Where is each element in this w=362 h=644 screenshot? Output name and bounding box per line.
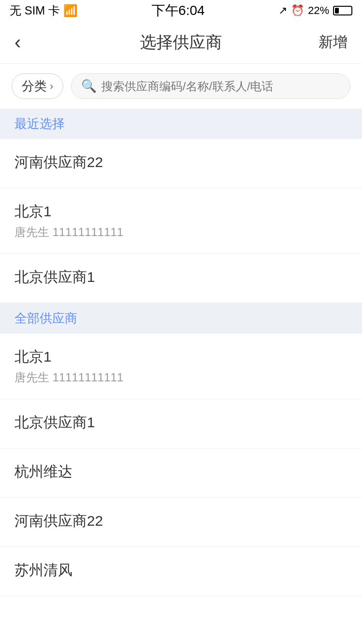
search-box[interactable]: 🔍	[71, 73, 350, 99]
all-section-header: 全部供应商	[0, 303, 362, 334]
category-label: 分类	[22, 78, 47, 95]
battery-percent: 22%	[308, 4, 329, 17]
page-title: 选择供应商	[140, 31, 222, 54]
search-icon: 🔍	[81, 79, 97, 94]
item-name: 北京1	[14, 347, 348, 367]
nav-bar: ‹ 选择供应商 新增	[0, 21, 362, 64]
back-button[interactable]: ‹	[14, 31, 43, 53]
item-name: 杭州维达	[14, 462, 348, 482]
item-name: 苏州清风	[14, 560, 348, 580]
add-button[interactable]: 新增	[319, 32, 348, 52]
item-sub: 唐先生 11111111111	[14, 224, 348, 240]
all-section-label: 全部供应商	[14, 311, 77, 325]
all-list: 北京1唐先生 11111111111北京供应商1杭州维达河南供应商22苏州清风	[0, 334, 362, 596]
battery-icon	[333, 6, 352, 15]
list-item[interactable]: 杭州维达	[0, 448, 362, 498]
item-name: 北京供应商1	[14, 267, 348, 287]
category-button[interactable]: 分类 ›	[12, 73, 63, 99]
status-bar: 无 SIM 卡 📶 下午6:04 ↗ ⏰ 22%	[0, 0, 362, 21]
status-time: 下午6:04	[152, 1, 205, 20]
location-icon: ↗	[278, 4, 287, 17]
recent-list: 河南供应商22北京1唐先生 11111111111北京供应商1	[0, 139, 362, 303]
chevron-right-icon: ›	[50, 80, 53, 93]
status-right: ↗ ⏰ 22%	[278, 4, 352, 17]
filter-bar: 分类 › 🔍	[0, 64, 362, 109]
list-item[interactable]: 北京1唐先生 11111111111	[0, 334, 362, 399]
status-carrier: 无 SIM 卡 📶	[10, 3, 78, 18]
recent-section-label: 最近选择	[14, 116, 65, 131]
alarm-icon: ⏰	[291, 4, 304, 17]
item-sub: 唐先生 11111111111	[14, 370, 348, 385]
list-item[interactable]: 北京1唐先生 11111111111	[0, 188, 362, 254]
item-name: 北京1	[14, 202, 348, 222]
list-item[interactable]: 北京供应商1	[0, 399, 362, 448]
item-name: 河南供应商22	[14, 511, 348, 531]
recent-section-header: 最近选择	[0, 109, 362, 139]
list-item[interactable]: 河南供应商22	[0, 498, 362, 547]
list-item[interactable]: 北京供应商1	[0, 254, 362, 303]
item-name: 北京供应商1	[14, 413, 348, 433]
list-item[interactable]: 河南供应商22	[0, 139, 362, 188]
search-input[interactable]	[101, 80, 340, 93]
item-name: 河南供应商22	[14, 153, 348, 172]
list-item[interactable]: 苏州清风	[0, 547, 362, 596]
